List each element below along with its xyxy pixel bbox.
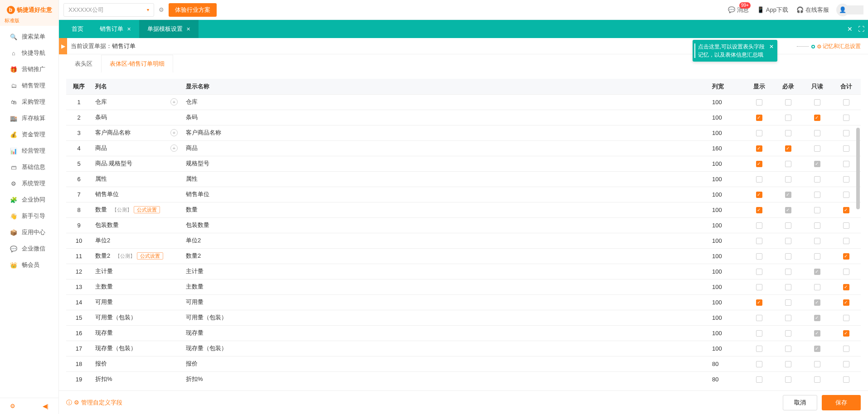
checkbox[interactable] [756,161,762,167]
checkbox[interactable] [843,330,849,337]
cell-width[interactable]: 80 [708,371,745,387]
add-icon[interactable]: + [170,144,178,152]
subtab-1[interactable]: 表体区-销售订单明细 [101,55,173,72]
checkbox[interactable] [814,99,820,106]
checkbox[interactable] [785,115,791,121]
sidebar-item-10[interactable]: 🧩企业协同 [0,192,58,208]
cell-display[interactable]: 现存量 [182,325,708,341]
sidebar-item-3[interactable]: 🗂销售管理 [0,77,58,94]
checkbox[interactable] [843,99,849,106]
cell-display[interactable]: 数量 [182,202,708,217]
cell-width[interactable]: 100 [708,264,745,279]
checkbox[interactable] [843,315,849,321]
checkbox[interactable] [814,361,820,367]
checkbox[interactable] [785,346,791,352]
cell-width[interactable]: 100 [708,325,745,341]
memory-summary-link[interactable]: ⚙ 记忆和汇总设置 [797,43,861,50]
checkbox[interactable] [756,284,762,290]
checkbox[interactable] [756,330,762,337]
checkbox[interactable] [785,253,791,260]
cell-display[interactable]: 现存量（包装） [182,341,708,356]
checkbox[interactable] [785,99,791,106]
customer-service-link[interactable]: 🎧 在线客服 [796,6,829,14]
sidebar-item-4[interactable]: 🛍采购管理 [0,94,58,110]
subtab-0[interactable]: 表头区 [66,55,101,72]
cell-width[interactable]: 160 [708,140,745,156]
cell-width[interactable]: 100 [708,248,745,264]
messages-link[interactable]: 💬 消息 99+ [728,6,749,14]
add-icon[interactable]: + [170,98,178,106]
checkbox[interactable] [756,176,762,183]
cell-display[interactable]: 条码 [182,110,708,125]
checkbox[interactable] [843,361,849,367]
formula-settings-link[interactable]: 公式设置 [137,252,163,260]
checkbox[interactable] [814,115,820,121]
sidebar-item-11[interactable]: 👋新手引导 [0,208,58,224]
checkbox[interactable] [756,222,762,229]
checkbox[interactable] [814,145,820,152]
checkbox[interactable] [814,192,820,198]
cell-display[interactable]: 商品 [182,140,708,156]
checkbox[interactable] [785,176,791,183]
app-download-link[interactable]: 📱 App下载 [757,6,788,14]
checkbox[interactable] [814,376,820,383]
cell-display[interactable]: 可用量 [182,294,708,310]
checkbox[interactable] [843,115,849,121]
checkbox[interactable] [814,253,820,260]
cell-width[interactable]: 100 [708,310,745,325]
cell-display[interactable]: 主计量 [182,264,708,279]
checkbox[interactable] [843,346,849,352]
checkbox[interactable] [843,284,849,290]
checkbox[interactable] [785,299,791,306]
sidebar-item-2[interactable]: 🎁营销推广 [0,61,58,77]
sidebar-item-1[interactable]: ⌂快捷导航 [0,45,58,61]
scrollbar-thumb[interactable] [856,128,860,209]
checkbox[interactable] [785,222,791,229]
sidebar-item-8[interactable]: 🗃基础信息 [0,159,58,175]
checkbox[interactable] [814,238,820,244]
checkbox[interactable] [785,238,791,244]
checkbox[interactable] [756,253,762,260]
cell-width[interactable]: 100 [708,279,745,294]
cell-width[interactable]: 100 [708,125,745,140]
cell-display[interactable]: 主数量 [182,279,708,294]
sidebar-item-0[interactable]: 🔍搜索菜单 [0,29,58,45]
checkbox[interactable] [785,376,791,383]
cell-display[interactable]: 客户商品名称 [182,125,708,140]
checkbox[interactable] [756,376,762,383]
checkbox[interactable] [843,238,849,244]
tab-0[interactable]: 首页 [63,20,92,38]
cell-display[interactable]: 规格型号 [182,156,708,171]
checkbox[interactable] [843,176,849,183]
sidebar-item-13[interactable]: 💬企业微信 [0,241,58,257]
tabs-expand-icon[interactable]: ⛶ [858,25,864,33]
checkbox[interactable] [756,99,762,106]
manage-custom-fields-link[interactable]: ⓘ ⚙ 管理自定义字段 [66,399,122,407]
company-select[interactable]: XXXXXX公司 ▾ [63,3,154,17]
checkbox[interactable] [843,269,849,275]
settings-icon[interactable]: ⚙ [10,403,15,409]
tab-close-icon[interactable]: ✕ [186,26,190,32]
expand-arrow-icon[interactable]: ▶ [59,38,67,54]
cell-width[interactable]: 100 [708,94,745,110]
checkbox[interactable] [843,192,849,198]
checkbox[interactable] [756,115,762,121]
cell-width[interactable]: 100 [708,171,745,187]
tab-close-icon[interactable]: ✕ [127,26,131,32]
cell-display[interactable]: 报价 [182,356,708,371]
cell-width[interactable]: 80 [708,356,745,371]
checkbox[interactable] [843,145,849,152]
checkbox[interactable] [785,145,791,152]
cell-display[interactable]: 单位2 [182,233,708,248]
sidebar-item-14[interactable]: 👑畅会员 [0,257,58,273]
add-icon[interactable]: + [170,129,178,136]
cell-display[interactable]: 销售单位 [182,187,708,202]
checkbox[interactable] [756,361,762,367]
cell-width[interactable]: 100 [708,156,745,171]
checkbox[interactable] [785,361,791,367]
checkbox[interactable] [756,145,762,152]
checkbox[interactable] [756,207,762,213]
tab-2[interactable]: 单据模板设置✕ [139,20,199,38]
checkbox[interactable] [814,284,820,290]
sidebar-item-9[interactable]: ⚙系统管理 [0,175,58,192]
